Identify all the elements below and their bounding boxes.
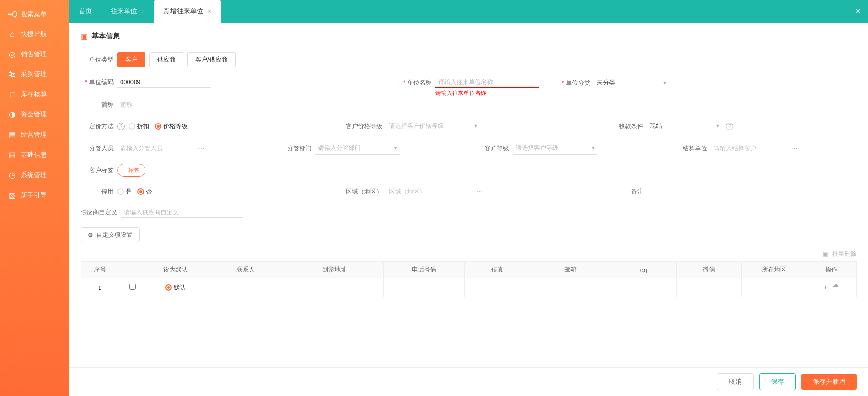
unit-category-select[interactable]: 未分类 ▾ <box>594 77 669 89</box>
table-body: 1 默认 <box>81 278 857 297</box>
row-qq[interactable] <box>611 278 677 297</box>
customer-level-label: 客户等级 <box>476 144 509 153</box>
cancel-button[interactable]: 取消 <box>717 373 754 390</box>
row-wechat[interactable] <box>676 278 741 297</box>
system-icon: ◷ <box>8 171 17 179</box>
disable-yes-radio[interactable]: 是 <box>117 187 132 196</box>
customer-price-placeholder: 请选择客户价格等级 <box>389 122 472 130</box>
col-contact: 联系人 <box>205 262 286 278</box>
pricing-discount-radio[interactable]: 折扣 <box>129 122 149 131</box>
disable-yes-label: 是 <box>126 187 132 196</box>
customer-level-select[interactable]: 请选择客户等级 ▾ <box>513 142 597 155</box>
pricing-method-field: 定价方法 ? 折扣 价格等级 <box>81 122 327 131</box>
disable-no-label: 否 <box>146 187 152 196</box>
pricing-help-icon[interactable]: ? <box>117 123 125 130</box>
row-email[interactable] <box>530 278 611 297</box>
pricing-price-level-radio[interactable]: 价格等级 <box>155 122 188 131</box>
row-default-radio[interactable]: 默认 <box>151 283 200 292</box>
row-address[interactable] <box>286 278 383 297</box>
row-default-label: 默认 <box>174 283 186 292</box>
custom-settings-button[interactable]: ⚙ 自定义项设置 <box>81 227 140 242</box>
section-header: ▣ 基本信息 <box>81 32 857 41</box>
unit-name-input[interactable] <box>435 77 539 88</box>
sidebar-item-inventory[interactable]: ◻ 库存核算 <box>0 84 69 104</box>
unit-type-supplier[interactable]: 供应商 <box>149 52 183 67</box>
disable-yes-dot <box>117 188 124 195</box>
row-checkbox[interactable] <box>129 284 136 290</box>
add-tag-button[interactable]: + 标签 <box>117 164 145 177</box>
tab-home[interactable]: 首页 <box>69 0 101 23</box>
row-contact[interactable] <box>205 278 286 297</box>
remark-label: 备注 <box>610 187 643 196</box>
payment-terms-select[interactable]: 现结 ▾ <box>647 120 722 132</box>
tab-partners[interactable]: 往来单位 × <box>101 0 154 23</box>
fax-input[interactable] <box>483 282 511 293</box>
row-fax[interactable] <box>464 278 530 297</box>
main-close-button[interactable]: × <box>855 7 860 16</box>
section-title: 基本信息 <box>91 32 120 41</box>
short-name-label: 简称 <box>81 101 114 109</box>
sidebar-item-search[interactable]: ≡Q 搜索菜单 <box>0 5 69 24</box>
unit-code-input[interactable] <box>117 77 211 88</box>
pricing-method-label: 定价方法 <box>81 122 114 131</box>
settlement-input[interactable] <box>711 143 786 154</box>
unit-code-label: 单位编码 <box>81 78 114 86</box>
department-field: 分管部门 请输入分管部门 ▾ <box>279 142 462 155</box>
tab-new-partner-close[interactable]: × <box>208 8 211 15</box>
row-add-btn[interactable]: + <box>823 283 828 291</box>
unit-category-label: 单位分类 <box>557 79 590 87</box>
tab-new-partner[interactable]: 新增往来单位 × <box>154 0 221 23</box>
tab-bar: 首页 往来单位 × 新增往来单位 × × <box>69 0 868 23</box>
save-new-button[interactable]: 保存并新增 <box>801 374 857 390</box>
supplier-custom-input[interactable] <box>121 207 243 218</box>
sidebar-item-quick-nav[interactable]: ⌂ 快捷导航 <box>0 24 69 44</box>
sidebar-item-operation[interactable]: ▤ 经营管理 <box>0 124 69 145</box>
tab-partners-close[interactable]: × <box>142 8 145 15</box>
unit-name-label: 单位名称 <box>399 78 432 87</box>
sidebar-item-guide[interactable]: ▧ 新手引导 <box>0 185 69 205</box>
pricing-row: 定价方法 ? 折扣 价格等级 客户价格等级 请选择客户价格等级 <box>81 120 857 132</box>
region-table-input[interactable] <box>760 282 788 293</box>
sidebar-item-system[interactable]: ◷ 系统管理 <box>0 165 69 185</box>
phone-input[interactable] <box>405 282 443 293</box>
payment-terms-help-icon[interactable]: ? <box>726 123 733 130</box>
wechat-input[interactable] <box>695 282 723 293</box>
email-input[interactable] <box>552 282 589 293</box>
pricing-discount-dot <box>129 123 135 130</box>
sidebar-item-purchase[interactable]: 🛍 采购管理 <box>0 64 69 84</box>
row-delete-btn[interactable]: 🗑 <box>832 283 840 291</box>
sidebar-item-label: 基础信息 <box>21 151 47 159</box>
row-checkbox-cell <box>119 278 146 297</box>
batch-delete-label[interactable]: 批量删除 <box>832 250 857 257</box>
contact-input[interactable] <box>227 282 264 293</box>
sidebar-item-basic[interactable]: ▦ 基础信息 <box>0 145 69 165</box>
region-input[interactable] <box>386 186 471 197</box>
short-name-input[interactable] <box>117 99 211 110</box>
customer-price-select[interactable]: 请选择客户价格等级 ▾ <box>386 120 480 132</box>
pricing-price-level-label: 价格等级 <box>163 122 188 131</box>
unit-type-both[interactable]: 客户/供应商 <box>187 52 236 67</box>
operation-icon: ▤ <box>8 130 17 139</box>
row-phone[interactable] <box>383 278 464 297</box>
tab-home-label: 首页 <box>79 7 92 16</box>
disable-row: 停用 是 否 区域（地区） ··· 备注 <box>81 186 857 197</box>
disable-no-radio[interactable]: 否 <box>137 187 152 196</box>
qq-input[interactable] <box>630 282 658 293</box>
supplier-custom-label: 供应商自定义 <box>81 208 117 217</box>
remark-input[interactable] <box>647 186 788 197</box>
sidebar-item-finance[interactable]: ◑ 资金管理 <box>0 104 69 124</box>
save-button[interactable]: 保存 <box>759 373 796 390</box>
row-region[interactable] <box>741 278 807 297</box>
settlement-more-btn[interactable]: ··· <box>790 144 799 153</box>
department-select[interactable]: 请输入分管部门 ▾ <box>315 142 400 155</box>
col-default: 设为默认 <box>146 262 205 278</box>
customer-level-field: 客户等级 请选择客户等级 ▾ <box>476 142 659 155</box>
unit-type-customer[interactable]: 客户 <box>117 52 145 67</box>
region-more-btn[interactable]: ··· <box>474 187 484 196</box>
address-input[interactable] <box>311 282 358 293</box>
sidebar-item-sales[interactable]: ◎ 销售管理 <box>0 44 69 64</box>
manager-more-btn[interactable]: ··· <box>196 144 206 153</box>
manager-input[interactable] <box>117 143 192 154</box>
customer-price-label: 客户价格等级 <box>346 122 382 131</box>
custom-settings-label: 自定义项设置 <box>96 231 133 239</box>
